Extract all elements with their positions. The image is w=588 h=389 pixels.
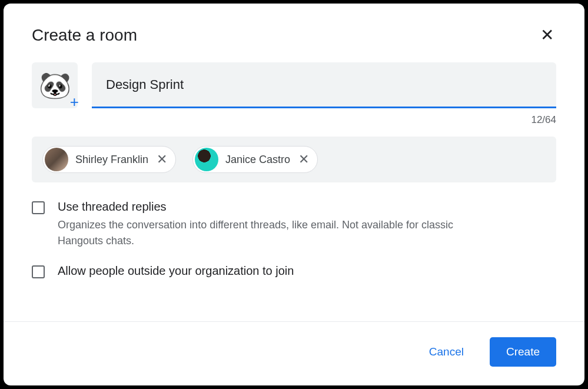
room-name-input[interactable] [92,62,556,108]
remove-person-button[interactable]: ✕ [155,152,168,167]
close-icon: ✕ [540,26,554,44]
option-label: Allow people outside your organization t… [58,264,556,278]
create-button[interactable]: Create [490,337,556,367]
dialog-title: Create a room [32,26,137,45]
dialog-header: Create a room ✕ [32,25,556,46]
avatar [45,148,68,171]
close-icon: ✕ [157,152,167,167]
room-avatar-picker[interactable]: 🐼 + [32,62,78,108]
cancel-button[interactable]: Cancel [413,337,480,367]
remove-person-button[interactable]: ✕ [297,152,310,167]
plus-icon: + [70,94,79,109]
option-text: Use threaded replies Organizes the conve… [58,200,556,249]
person-chip: Shirley Franklin ✕ [42,146,176,173]
avatar [195,148,218,171]
option-text: Allow people outside your organization t… [58,264,556,281]
option-threaded: Use threaded replies Organizes the conve… [32,200,556,249]
name-input-wrap: 12/64 [92,62,556,126]
people-box[interactable]: Shirley Franklin ✕ Janice Castro ✕ [32,137,556,182]
option-label: Use threaded replies [58,200,556,214]
person-chip: Janice Castro ✕ [192,146,318,173]
option-external: Allow people outside your organization t… [32,264,556,281]
dialog-footer: Cancel Create [32,322,556,367]
person-name: Shirley Franklin [75,154,148,166]
char-counter: 12/64 [92,114,556,126]
create-room-dialog: Create a room ✕ 🐼 + 12/64 Shirley Frankl… [4,4,584,385]
name-row: 🐼 + 12/64 [32,62,556,126]
person-name: Janice Castro [225,154,290,166]
external-checkbox[interactable] [32,265,45,278]
close-button[interactable]: ✕ [538,25,556,46]
panda-icon: 🐼 [39,72,71,98]
option-description: Organizes the conversation into differen… [58,217,481,249]
threaded-checkbox[interactable] [32,201,45,214]
options: Use threaded replies Organizes the conve… [32,200,556,297]
close-icon: ✕ [298,152,309,167]
